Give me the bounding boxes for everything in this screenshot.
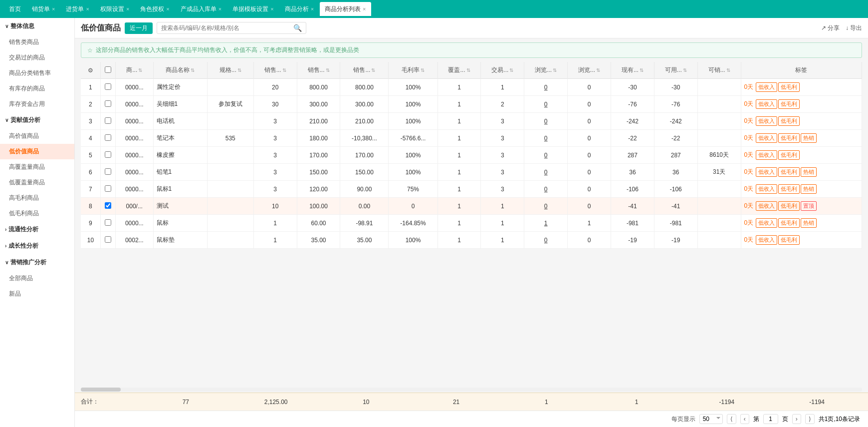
first-page-button[interactable]: ⟨ bbox=[727, 414, 736, 424]
filter-recent-month-button[interactable]: 近一月 bbox=[125, 22, 153, 34]
row-checkbox[interactable] bbox=[105, 134, 111, 141]
col-transactions[interactable]: 交易...⇅ bbox=[481, 62, 524, 79]
sidebar-item-stock-capital[interactable]: 库存资金占用 bbox=[0, 96, 74, 112]
cell-checkbox[interactable] bbox=[100, 113, 115, 130]
cell-checkbox[interactable] bbox=[100, 164, 115, 181]
cell-views1[interactable]: 0 bbox=[524, 130, 568, 147]
scrollbar-thumb[interactable] bbox=[81, 388, 121, 392]
col-sale-amount[interactable]: 销售...⇅ bbox=[340, 62, 389, 79]
row-checkbox[interactable] bbox=[105, 219, 111, 226]
close-icon[interactable]: × bbox=[126, 6, 129, 12]
close-icon[interactable]: × bbox=[311, 6, 314, 12]
sidebar-group-flow[interactable]: › 流通性分析 bbox=[0, 221, 74, 238]
sidebar-item-all-goods[interactable]: 全部商品 bbox=[0, 271, 74, 286]
sidebar-group-growth[interactable]: › 成长性分析 bbox=[0, 238, 74, 254]
sidebar-group-contribution[interactable]: ∨ 贡献值分析 bbox=[0, 112, 74, 128]
sidebar-item-low-coverage[interactable]: 低覆盖量商品 bbox=[0, 175, 74, 190]
col-current-stock[interactable]: 现有...⇅ bbox=[611, 62, 654, 79]
sidebar-item-stock-goods[interactable]: 有库存的商品 bbox=[0, 81, 74, 96]
row-checkbox[interactable] bbox=[105, 168, 111, 175]
export-button[interactable]: ↓ 导出 bbox=[846, 24, 862, 32]
prev-page-button[interactable]: ‹ bbox=[740, 414, 749, 424]
col-code[interactable]: 商...⇅ bbox=[115, 62, 153, 79]
close-icon[interactable]: × bbox=[218, 6, 221, 12]
close-icon[interactable]: × bbox=[86, 6, 89, 12]
horizontal-scrollbar[interactable] bbox=[81, 388, 862, 392]
sidebar-item-category-rate[interactable]: 商品分类销售率 bbox=[0, 65, 74, 81]
cell-checkbox[interactable] bbox=[100, 130, 115, 147]
cell-checkbox[interactable] bbox=[100, 215, 115, 232]
cell-views1[interactable]: 0 bbox=[524, 96, 568, 113]
nav-tab-goods-analysis[interactable]: 商品分析 × bbox=[280, 2, 319, 16]
col-spec[interactable]: 规格...⇅ bbox=[207, 62, 253, 79]
row-checkbox[interactable] bbox=[105, 202, 111, 209]
close-icon[interactable]: × bbox=[52, 6, 55, 12]
select-all-checkbox[interactable] bbox=[105, 66, 111, 73]
cell-checkbox[interactable] bbox=[100, 96, 115, 113]
col-coverage[interactable]: 覆盖...⇅ bbox=[437, 62, 481, 79]
cell-views1[interactable]: 1 bbox=[524, 215, 568, 232]
row-checkbox[interactable] bbox=[105, 100, 111, 107]
cell-views1[interactable]: 0 bbox=[524, 113, 568, 130]
views1-link[interactable]: 0 bbox=[544, 135, 548, 142]
cell-views1[interactable]: 0 bbox=[524, 198, 568, 215]
cell-views1[interactable]: 0 bbox=[524, 232, 568, 249]
col-views2[interactable]: 浏览...⇅ bbox=[568, 62, 611, 79]
sidebar-item-high-value[interactable]: 高价值商品 bbox=[0, 128, 74, 144]
close-icon[interactable]: × bbox=[363, 6, 366, 12]
next-page-button[interactable]: › bbox=[792, 414, 801, 424]
row-checkbox[interactable] bbox=[105, 151, 111, 158]
cell-views1[interactable]: 0 bbox=[524, 79, 568, 96]
cell-views1[interactable]: 0 bbox=[524, 164, 568, 181]
cell-checkbox[interactable] bbox=[100, 232, 115, 249]
cell-views1[interactable]: 0 bbox=[524, 147, 568, 164]
sidebar-group-overall[interactable]: ∨ 整体信息 bbox=[0, 18, 74, 34]
close-icon[interactable]: × bbox=[166, 6, 169, 12]
col-sale-qty[interactable]: 销售...⇅ bbox=[253, 62, 297, 79]
col-settings[interactable]: ⚙ bbox=[81, 62, 100, 79]
nav-tab-purchase[interactable]: 进货单 × bbox=[61, 2, 94, 16]
sidebar-item-low-margin[interactable]: 低毛利商品 bbox=[0, 206, 74, 221]
page-size-select[interactable]: 50 20 100 bbox=[699, 414, 723, 424]
nav-tab-home[interactable]: 首页 bbox=[4, 2, 26, 16]
nav-tab-templates[interactable]: 单据模板设置 × bbox=[227, 2, 278, 16]
views1-link[interactable]: 1 bbox=[544, 220, 548, 227]
views1-link[interactable]: 0 bbox=[544, 101, 548, 108]
sidebar-group-marketing[interactable]: ∨ 营销推广分析 bbox=[0, 254, 74, 271]
nav-tab-sales[interactable]: 销货单 × bbox=[27, 2, 60, 16]
sidebar-item-low-value[interactable]: 低价值商品 bbox=[0, 144, 74, 159]
nav-tab-products[interactable]: 产成品入库单 × bbox=[176, 2, 226, 16]
row-checkbox[interactable] bbox=[105, 83, 111, 90]
sidebar-item-sales-goods[interactable]: 销售类商品 bbox=[0, 34, 74, 50]
row-checkbox[interactable] bbox=[105, 236, 111, 243]
nav-tab-permissions[interactable]: 权限设置 × bbox=[95, 2, 134, 16]
col-available-stock[interactable]: 可用...⇅ bbox=[654, 62, 697, 79]
cell-checkbox[interactable] bbox=[100, 147, 115, 164]
nav-tab-goods-list[interactable]: 商品分析列表 × bbox=[320, 2, 371, 16]
sidebar-item-traded-goods[interactable]: 交易过的商品 bbox=[0, 50, 74, 65]
views1-link[interactable]: 0 bbox=[544, 169, 548, 176]
sidebar-item-high-margin[interactable]: 高毛利商品 bbox=[0, 190, 74, 206]
page-number-input[interactable] bbox=[763, 414, 778, 424]
sidebar-item-high-coverage[interactable]: 高覆盖量商品 bbox=[0, 159, 74, 175]
cell-checkbox[interactable] bbox=[100, 181, 115, 198]
share-button[interactable]: ↗ 分享 bbox=[821, 24, 840, 32]
col-views1[interactable]: 浏览...⇅ bbox=[524, 62, 568, 79]
col-checkbox[interactable] bbox=[100, 62, 115, 79]
nav-tab-roles[interactable]: 角色授权 × bbox=[135, 2, 174, 16]
views1-link[interactable]: 0 bbox=[544, 203, 548, 210]
views1-link[interactable]: 0 bbox=[544, 118, 548, 125]
col-sale-price[interactable]: 销售...⇅ bbox=[297, 62, 340, 79]
col-gross-margin[interactable]: 毛利率⇅ bbox=[389, 62, 437, 79]
col-saleable-stock[interactable]: 可销...⇅ bbox=[697, 62, 741, 79]
cell-checkbox[interactable] bbox=[100, 79, 115, 96]
row-checkbox[interactable] bbox=[105, 117, 111, 124]
views1-link[interactable]: 0 bbox=[544, 237, 548, 244]
views1-link[interactable]: 0 bbox=[544, 186, 548, 193]
views1-link[interactable]: 0 bbox=[544, 152, 548, 159]
last-page-button[interactable]: ⟩ bbox=[805, 414, 815, 424]
search-input[interactable] bbox=[161, 24, 291, 31]
close-icon[interactable]: × bbox=[270, 6, 273, 12]
cell-views1[interactable]: 0 bbox=[524, 181, 568, 198]
sidebar-item-new-goods[interactable]: 新品 bbox=[0, 286, 74, 302]
